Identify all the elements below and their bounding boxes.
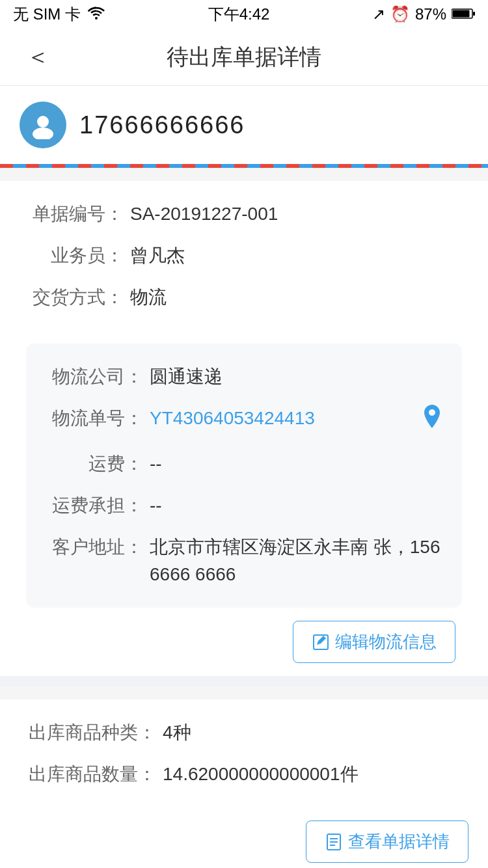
view-detail-label: 查看单据详情 <box>348 830 450 853</box>
edit-logistics-button[interactable]: 编辑物流信息 <box>293 621 455 663</box>
freight-bearer-value: -- <box>143 492 442 519</box>
battery-level: 87% <box>415 5 446 23</box>
product-quantity-row: 出库商品数量： 14.620000000000001件 <box>26 761 462 788</box>
logistics-number-value: YT43064053424413 <box>143 405 415 432</box>
delivery-method-value: 物流 <box>124 284 462 311</box>
freight-row: 运费： -- <box>46 450 442 478</box>
outbound-stats-section: 出库商品种类： 4种 出库商品数量： 14.620000000000001件 <box>0 699 488 807</box>
document-info-section: 单据编号： SA-20191227-001 业务员： 曾凡杰 交货方式： 物流 <box>0 181 488 331</box>
status-time: 下午4:42 <box>208 4 270 25</box>
location-active-icon: ↗ <box>372 5 385 23</box>
customer-address-label: 客户地址： <box>46 534 143 561</box>
status-right: ↗ ⏰ 87% <box>372 5 475 23</box>
product-types-label: 出库商品种类： <box>26 719 156 746</box>
product-quantity-label: 出库商品数量： <box>26 761 156 788</box>
battery-icon <box>452 5 475 23</box>
page-title: 待出库单据详情 <box>167 42 321 72</box>
view-detail-area: 查看单据详情 <box>0 807 488 868</box>
doc-number-label: 单据编号： <box>26 200 124 228</box>
user-header: 17666666666 <box>0 86 488 164</box>
nav-bar: ＜ 待出库单据详情 <box>0 29 488 86</box>
alarm-icon: ⏰ <box>390 5 410 23</box>
customer-address-row: 客户地址： 北京市市辖区海淀区永丰南 张，156 6666 6666 <box>46 534 442 588</box>
salesperson-label: 业务员： <box>26 242 124 269</box>
view-detail-button[interactable]: 查看单据详情 <box>306 821 468 863</box>
svg-rect-1 <box>473 12 475 16</box>
delivery-method-label: 交货方式： <box>26 284 124 311</box>
customer-address-value: 北京市市辖区海淀区永丰南 张，156 6666 6666 <box>143 534 442 588</box>
freight-value: -- <box>143 450 442 478</box>
section-divider <box>0 676 488 686</box>
doc-number-value: SA-20191227-001 <box>124 200 462 228</box>
sim-signal: 无 SIM 卡 <box>13 4 81 25</box>
edit-logistics-area: 编辑物流信息 <box>13 608 475 676</box>
edit-logistics-label: 编辑物流信息 <box>335 631 437 653</box>
edit-icon <box>312 633 330 651</box>
status-left: 无 SIM 卡 <box>13 4 105 25</box>
logistics-number-label: 物流单号： <box>46 405 143 432</box>
delivery-method-row: 交货方式： 物流 <box>26 284 462 311</box>
product-types-row: 出库商品种类： 4种 <box>26 719 462 746</box>
status-bar: 无 SIM 卡 下午4:42 ↗ ⏰ 87% <box>0 0 488 29</box>
svg-point-3 <box>37 116 49 128</box>
document-icon <box>325 833 343 851</box>
logistics-card: 物流公司： 圆通速递 物流单号： YT43064053424413 运费： -- <box>26 344 462 608</box>
freight-bearer-row: 运费承担： -- <box>46 492 442 519</box>
user-phone: 17666666666 <box>79 111 245 139</box>
svg-point-4 <box>33 128 53 139</box>
wifi-icon <box>87 5 105 23</box>
salesperson-row: 业务员： 曾凡杰 <box>26 242 462 269</box>
product-types-value: 4种 <box>156 719 462 746</box>
dashed-separator <box>0 164 488 168</box>
logistics-company-value: 圆通速递 <box>143 363 442 390</box>
doc-number-row: 单据编号： SA-20191227-001 <box>26 200 462 228</box>
back-button[interactable]: ＜ <box>20 34 56 79</box>
logistics-company-label: 物流公司： <box>46 363 143 390</box>
logistics-number-row: 物流单号： YT43064053424413 <box>46 405 442 436</box>
freight-label: 运费： <box>46 450 143 478</box>
freight-bearer-label: 运费承担： <box>46 492 143 519</box>
svg-rect-2 <box>453 10 470 18</box>
salesperson-value: 曾凡杰 <box>124 242 462 269</box>
logistics-company-row: 物流公司： 圆通速递 <box>46 363 442 390</box>
location-pin-icon[interactable] <box>422 405 442 436</box>
product-quantity-value: 14.620000000000001件 <box>156 761 462 788</box>
user-avatar <box>20 102 66 148</box>
